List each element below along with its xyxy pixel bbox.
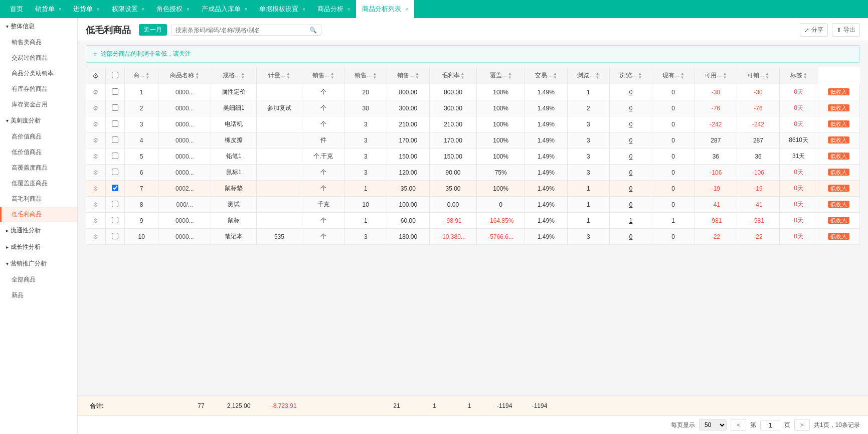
nav-template-settings[interactable]: 单据模板设置 ×: [253, 0, 311, 18]
browse1-link[interactable]: 0: [629, 121, 633, 128]
row-settings-icon[interactable]: ⚙: [93, 121, 98, 128]
th-sales-qty[interactable]: 销售...▲▼: [302, 67, 344, 84]
row-checkbox[interactable]: [112, 169, 118, 175]
sort-arrows-spec[interactable]: ▲▼: [241, 72, 245, 80]
th-unit[interactable]: 计量...▲▼: [257, 67, 302, 84]
sort-arrows-current-stock[interactable]: ▲▼: [680, 72, 684, 80]
sort-arrows-sales-price[interactable]: ▲▼: [373, 72, 377, 80]
td-settings[interactable]: ⚙: [86, 116, 106, 132]
row-settings-icon[interactable]: ⚙: [93, 137, 98, 144]
td-browse1[interactable]: 0: [610, 149, 652, 165]
search-input[interactable]: [176, 27, 307, 34]
close-purchase-icon[interactable]: ×: [97, 7, 100, 12]
td-browse1[interactable]: 0: [610, 132, 652, 149]
td-checkbox[interactable]: [105, 116, 125, 132]
sidebar-item-sales-goods[interactable]: 销售类商品: [0, 35, 77, 50]
row-settings-icon[interactable]: ⚙: [93, 89, 98, 96]
sort-arrows-browse2[interactable]: ▲▼: [638, 72, 642, 80]
row-checkbox[interactable]: [112, 153, 118, 159]
close-sales-order-icon[interactable]: ×: [59, 7, 62, 12]
th-code[interactable]: 商...▲▼: [125, 67, 158, 84]
row-settings-icon[interactable]: ⚙: [93, 201, 98, 208]
time-filter-button[interactable]: 近一月: [139, 24, 167, 36]
sidebar-item-stock-goods[interactable]: 有库存的商品: [0, 81, 77, 97]
td-browse1[interactable]: 1: [610, 213, 652, 229]
sidebar-group-liquidity[interactable]: ▸ 流通性分析: [0, 222, 77, 239]
td-browse1[interactable]: 0: [610, 229, 652, 245]
search-icon[interactable]: 🔍: [309, 27, 317, 34]
th-browse2[interactable]: 浏览...▲▼: [610, 67, 652, 84]
per-page-select[interactable]: 50 100 200: [699, 419, 727, 430]
row-checkbox[interactable]: [112, 201, 118, 207]
row-settings-icon[interactable]: ⚙: [93, 233, 98, 240]
row-settings-icon[interactable]: ⚙: [93, 169, 98, 176]
row-settings-icon[interactable]: ⚙: [93, 217, 98, 224]
row-checkbox[interactable]: [112, 88, 118, 95]
th-coverage[interactable]: 覆盖...▲▼: [477, 67, 525, 84]
close-entry-icon[interactable]: ×: [245, 7, 248, 12]
select-all-checkbox[interactable]: [112, 72, 118, 78]
th-sales-profit[interactable]: 销售...▲▼: [387, 67, 430, 84]
td-settings[interactable]: ⚙: [86, 149, 106, 165]
prev-page-button[interactable]: ＜: [731, 419, 746, 431]
td-settings[interactable]: ⚙: [86, 84, 106, 100]
sidebar-group-growth[interactable]: ▸ 成长性分析: [0, 239, 77, 255]
browse1-link[interactable]: 0: [629, 137, 633, 144]
row-checkbox[interactable]: [112, 217, 118, 223]
td-checkbox[interactable]: [105, 84, 125, 100]
sidebar-item-new-goods[interactable]: 新品: [0, 287, 77, 303]
close-permission-icon[interactable]: ×: [142, 7, 145, 12]
sidebar-item-stock-capital[interactable]: 库存资金占用: [0, 97, 77, 112]
td-settings[interactable]: ⚙: [86, 132, 106, 149]
nav-home[interactable]: 首页: [4, 0, 29, 18]
nav-purchase-order[interactable]: 进货单 ×: [67, 0, 105, 18]
td-browse1[interactable]: 0: [610, 181, 652, 197]
sidebar-item-low-margin[interactable]: 低毛利商品: [0, 207, 77, 222]
th-transaction[interactable]: 交易...▲▼: [525, 67, 568, 84]
th-tag[interactable]: 标签▲▼: [779, 67, 818, 84]
td-settings[interactable]: ⚙: [86, 213, 106, 229]
td-checkbox[interactable]: [105, 229, 125, 245]
td-settings[interactable]: ⚙: [86, 100, 106, 116]
td-checkbox[interactable]: [105, 132, 125, 149]
th-current-stock[interactable]: 现有...▲▼: [652, 67, 695, 84]
td-browse1[interactable]: 0: [610, 84, 652, 100]
close-analysis-list-icon[interactable]: ×: [405, 7, 408, 12]
sidebar-item-low-value[interactable]: 低价值商品: [0, 144, 77, 160]
sort-arrows-saleable[interactable]: ▲▼: [765, 72, 769, 80]
th-checkbox[interactable]: [105, 67, 125, 84]
browse1-link[interactable]: 0: [629, 185, 633, 192]
td-settings[interactable]: ⚙: [86, 229, 106, 245]
sort-arrows-unit[interactable]: ▲▼: [286, 72, 290, 80]
sort-arrows-browse1[interactable]: ▲▼: [596, 72, 600, 80]
browse1-link[interactable]: 0: [629, 89, 633, 96]
sort-arrows-available[interactable]: ▲▼: [723, 72, 727, 80]
sidebar-item-high-coverage[interactable]: 高覆盖度商品: [0, 160, 77, 176]
sidebar-group-beauty[interactable]: ▾ 美刺度分析: [0, 112, 77, 129]
td-browse1[interactable]: 0: [610, 197, 652, 213]
row-settings-icon[interactable]: ⚙: [93, 185, 98, 192]
td-settings[interactable]: ⚙: [86, 165, 106, 181]
row-checkbox[interactable]: [112, 104, 118, 111]
sidebar-item-low-coverage[interactable]: 低覆盖度商品: [0, 176, 77, 191]
th-spec[interactable]: 规格...▲▼: [211, 67, 257, 84]
sort-arrows-tag[interactable]: ▲▼: [803, 72, 807, 80]
sort-arrows-transaction[interactable]: ▲▼: [553, 72, 557, 80]
browse1-link[interactable]: 0: [629, 201, 633, 208]
td-checkbox[interactable]: [105, 181, 125, 197]
nav-permission-settings[interactable]: 权限设置 ×: [106, 0, 150, 18]
sidebar-group-overall[interactable]: ▾ 整体信息: [0, 18, 77, 35]
sidebar-item-high-margin[interactable]: 高毛利商品: [0, 191, 77, 207]
sort-arrows-sales-profit[interactable]: ▲▼: [415, 72, 419, 80]
row-checkbox[interactable]: [112, 120, 118, 127]
browse1-link[interactable]: 1: [629, 217, 633, 224]
td-settings[interactable]: ⚙: [86, 181, 106, 197]
th-browse1[interactable]: 浏览...▲▼: [567, 67, 610, 84]
share-button[interactable]: ⤢ 分享: [800, 23, 828, 37]
close-template-icon[interactable]: ×: [302, 7, 305, 12]
page-input[interactable]: [760, 420, 780, 430]
row-checkbox[interactable]: [112, 136, 118, 143]
browse1-link[interactable]: 0: [629, 233, 633, 240]
td-checkbox[interactable]: [105, 197, 125, 213]
close-analysis-icon[interactable]: ×: [347, 7, 350, 12]
